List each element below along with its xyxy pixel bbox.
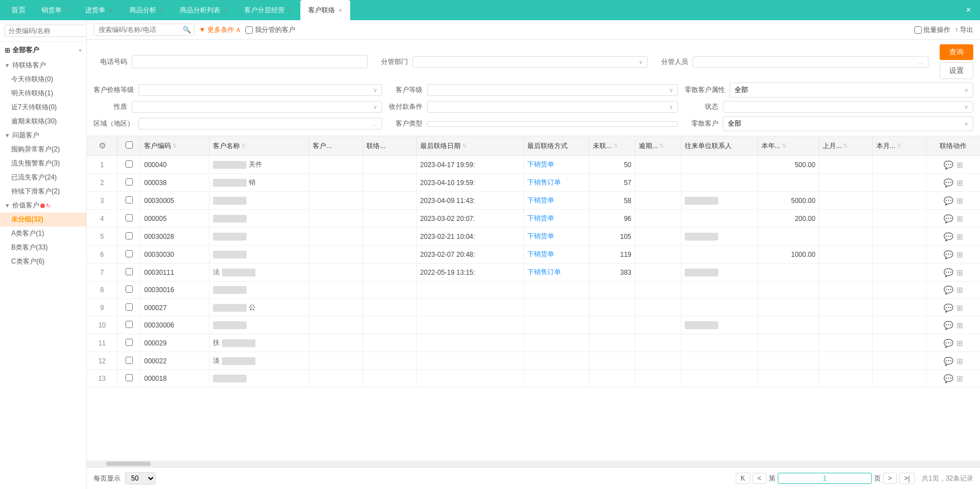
page-number-input[interactable]: [778, 473, 872, 484]
qr-icon[interactable]: ⊞: [956, 250, 963, 259]
first-page-button[interactable]: K: [736, 473, 750, 484]
last-page-button[interactable]: >|: [899, 473, 915, 484]
sidebar-item-class-a[interactable]: A类客户(1): [0, 227, 86, 241]
row-checkbox-cell[interactable]: [118, 352, 141, 370]
sort-overdue[interactable]: 逾期... ⇅: [639, 141, 677, 151]
row-checkbox[interactable]: [126, 196, 133, 204]
retail-attr-select[interactable]: 全部 ∨: [730, 82, 973, 98]
sidebar-item-class-b[interactable]: B类客户(33): [0, 241, 86, 255]
nav-tab-customer-contact[interactable]: 客户联络 ×: [300, 0, 350, 20]
row-checkbox-cell[interactable]: [118, 264, 141, 282]
next-page-button[interactable]: >: [883, 473, 897, 484]
method-link[interactable]: 下销货单: [527, 232, 554, 240]
sidebar-item-class-c[interactable]: C类客户(6): [0, 255, 86, 269]
group-problem-customers[interactable]: ▼ 问题客户: [0, 128, 86, 142]
row-checkbox[interactable]: [126, 285, 133, 293]
message-icon[interactable]: 💬: [944, 357, 953, 366]
person-select[interactable]: …: [693, 56, 928, 68]
sidebar-item-tomorrow[interactable]: 明天待联络(1): [0, 86, 86, 100]
method-link[interactable]: 下销售订单: [527, 268, 561, 276]
my-customers-checkbox[interactable]: 我分管的客户: [245, 25, 295, 35]
row-checkbox-cell[interactable]: [118, 156, 141, 174]
collapse-icon[interactable]: «: [78, 47, 82, 53]
sidebar-item-7days[interactable]: 近7天待联络(0): [0, 100, 86, 114]
th-select-all[interactable]: [118, 136, 141, 156]
close-contact-tab[interactable]: ×: [338, 7, 342, 13]
row-checkbox-cell[interactable]: [118, 228, 141, 246]
message-icon[interactable]: 💬: [944, 214, 953, 223]
status-select[interactable]: ∨: [723, 101, 973, 113]
row-checkbox[interactable]: [126, 160, 133, 168]
qr-icon[interactable]: ⊞: [956, 321, 963, 330]
message-icon[interactable]: 💬: [944, 339, 953, 348]
nav-tab-purchase[interactable]: 进货单 ×: [77, 0, 120, 20]
refresh-icon[interactable]: ↻: [46, 202, 50, 209]
message-icon[interactable]: 💬: [944, 178, 953, 187]
sidebar-search-input[interactable]: [4, 25, 87, 37]
message-icon[interactable]: 💬: [944, 303, 953, 312]
region-select[interactable]: …: [138, 118, 382, 130]
nav-tab-sales[interactable]: 销货单 ×: [34, 0, 76, 20]
row-checkbox[interactable]: [126, 232, 133, 239]
sidebar-item-declining[interactable]: 持续下滑客户(2): [0, 184, 86, 199]
batch-checkbox[interactable]: [914, 26, 922, 34]
customer-level-select[interactable]: ∨: [427, 84, 677, 96]
prev-page-button[interactable]: <: [753, 473, 767, 484]
export-button[interactable]: ↑ 导出: [955, 25, 973, 35]
th-settings[interactable]: ⚙: [87, 136, 118, 156]
nav-tab-product-list[interactable]: 商品分析列表 ×: [172, 0, 235, 20]
more-conditions-button[interactable]: ▼ 更多条件 ∧: [199, 25, 241, 35]
sort-name[interactable]: 客户名称 ⇅: [213, 141, 305, 151]
qr-icon[interactable]: ⊞: [956, 196, 963, 205]
sidebar-item-hoarding[interactable]: 囤购异常客户(2): [0, 142, 86, 156]
message-icon[interactable]: 💬: [944, 268, 953, 277]
qr-icon[interactable]: ⊞: [956, 374, 963, 383]
region-more-icon[interactable]: …: [371, 121, 377, 127]
row-checkbox[interactable]: [126, 303, 133, 311]
row-checkbox-cell[interactable]: [118, 174, 141, 192]
sort-this-month[interactable]: 本月... ⇅: [876, 141, 923, 151]
row-checkbox-cell[interactable]: [118, 299, 141, 317]
row-checkbox[interactable]: [126, 268, 133, 275]
retail-customer-select[interactable]: 全部 ∨: [723, 116, 973, 131]
qr-icon[interactable]: ⊞: [956, 160, 963, 169]
message-icon[interactable]: 💬: [944, 321, 953, 330]
reset-button[interactable]: 设置: [940, 62, 973, 79]
nav-home[interactable]: 首页: [4, 5, 32, 15]
close-purchase-tab[interactable]: ×: [109, 7, 112, 13]
message-icon[interactable]: 💬: [944, 285, 953, 294]
main-search-icon[interactable]: 🔍: [183, 26, 191, 34]
row-checkbox[interactable]: [126, 374, 133, 381]
phone-input[interactable]: [132, 55, 368, 68]
row-checkbox[interactable]: [126, 357, 133, 364]
query-button[interactable]: 查询: [940, 44, 973, 60]
row-checkbox[interactable]: [126, 321, 133, 328]
close-product-tab[interactable]: ×: [160, 7, 163, 13]
row-checkbox[interactable]: [126, 214, 133, 222]
sidebar-item-today[interactable]: 今天待联络(0): [0, 72, 86, 86]
message-icon[interactable]: 💬: [944, 160, 953, 169]
message-icon[interactable]: 💬: [944, 232, 953, 241]
method-link[interactable]: 下销货单: [527, 214, 554, 222]
sort-year[interactable]: 本年... ⇅: [761, 141, 815, 151]
horizontal-scrollbar[interactable]: [87, 460, 980, 467]
batch-operation-button[interactable]: 批量操作: [914, 25, 950, 35]
row-checkbox-cell[interactable]: [118, 210, 141, 228]
message-icon[interactable]: 💬: [944, 196, 953, 205]
page-size-select[interactable]: 50 100 200: [125, 472, 156, 485]
group-waiting-contact[interactable]: ▼ 待联络客户: [0, 58, 86, 72]
main-search-input[interactable]: [99, 26, 183, 34]
close-sales-tab[interactable]: ×: [65, 7, 68, 13]
qr-icon[interactable]: ⊞: [956, 268, 963, 277]
row-checkbox-cell[interactable]: [118, 317, 141, 334]
row-checkbox-cell[interactable]: [118, 246, 141, 264]
message-icon[interactable]: 💬: [944, 250, 953, 259]
row-checkbox[interactable]: [126, 339, 133, 346]
row-checkbox-cell[interactable]: [118, 192, 141, 210]
row-checkbox-cell[interactable]: [118, 334, 141, 352]
qr-icon[interactable]: ⊞: [956, 214, 963, 223]
scroll-thumb[interactable]: [106, 462, 151, 466]
qr-icon[interactable]: ⊞: [956, 339, 963, 348]
nav-tab-product-analysis[interactable]: 商品分析 ×: [122, 0, 171, 20]
row-checkbox[interactable]: [126, 178, 133, 186]
